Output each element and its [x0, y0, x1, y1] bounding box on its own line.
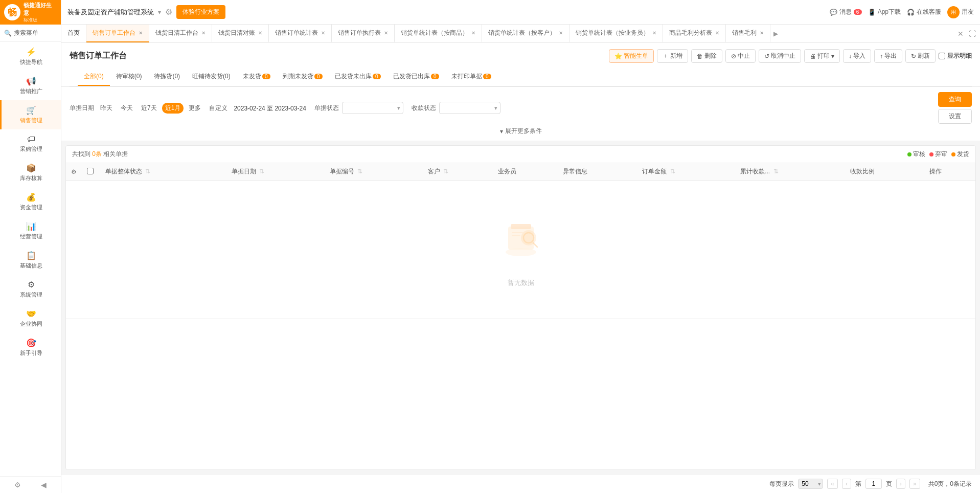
page-first-button[interactable]: «	[827, 479, 838, 489]
date-custom[interactable]: 自定义	[206, 103, 231, 114]
date-today[interactable]: 今天	[118, 103, 136, 114]
subtab-all[interactable]: 全部(0)	[78, 68, 110, 86]
smart-create-button[interactable]: ⭐ 智能生单	[609, 49, 654, 63]
sort-date-icon[interactable]: ⇅	[259, 168, 264, 175]
filter-expand-button[interactable]: ▾ 展开更多条件	[500, 127, 542, 136]
tab-cash-daily[interactable]: 钱货日清工作台 ✕	[149, 25, 212, 42]
review-action-button[interactable]: 审核	[907, 150, 925, 159]
sidebar-item-basic[interactable]: 📋 基础信息	[0, 245, 61, 275]
tab-sales-profit[interactable]: 销售毛利 ✕	[726, 25, 770, 42]
subtab-pending-inspect[interactable]: 待拣货(0)	[148, 68, 186, 86]
tab-sales-summary-product[interactable]: 销货单统计表（按商品） ✕	[395, 25, 482, 42]
sort-number-icon[interactable]: ⇅	[357, 168, 362, 175]
tab-sales-exec-close[interactable]: ✕	[384, 30, 388, 36]
tab-product-margin[interactable]: 商品毛利分析表 ✕	[663, 25, 726, 42]
overdue-badge: 0	[314, 74, 323, 79]
subtab-pending-review[interactable]: 待审核(0)	[110, 68, 148, 86]
tab-cash-reconcile-close[interactable]: ✕	[258, 30, 262, 36]
page-last-button[interactable]: »	[909, 479, 920, 489]
tab-sales-summary-staff[interactable]: 销货单统计表（按业务员） ✕	[569, 25, 663, 42]
tab-sales-summary-customer[interactable]: 销货单统计表（按客户） ✕	[482, 25, 569, 42]
sort-collected-icon[interactable]: ⇅	[773, 168, 779, 175]
svg-line-5	[533, 243, 537, 247]
cancel-stop-icon: ↺	[764, 53, 769, 60]
user-menu[interactable]: 用 用友	[947, 6, 974, 18]
tabbar-close-all-icon[interactable]: ✕	[955, 30, 966, 38]
th-ratio: 收款比例	[845, 163, 924, 181]
sort-status-icon[interactable]: ⇅	[145, 168, 150, 175]
tab-sales-summary-customer-close[interactable]: ✕	[559, 30, 563, 36]
filter-status-select[interactable]	[342, 102, 403, 114]
tab-sales-workbench[interactable]: 销售订单工作台 ✕	[86, 25, 149, 42]
sidebar-settings-icon[interactable]: ⚙	[14, 481, 21, 489]
tab-sales-summary-product-close[interactable]: ✕	[471, 30, 475, 36]
page-next-button[interactable]: ›	[896, 479, 905, 489]
refresh-button[interactable]: ↻ 刷新	[905, 49, 936, 63]
sidebar-collapse-icon[interactable]: ◀	[41, 481, 47, 489]
sidebar-item-guide[interactable]: 🎯 新手引导	[0, 333, 61, 362]
subtab-shipped-out[interactable]: 已发货已出库0	[387, 68, 445, 86]
export-button[interactable]: ↑ 导出	[874, 49, 902, 63]
topbar-settings-icon[interactable]: ⚙	[165, 7, 172, 17]
sort-amount-icon[interactable]: ⇅	[670, 168, 675, 175]
tab-cash-reconcile[interactable]: 钱货日清对账 ✕	[212, 25, 269, 42]
sidebar-item-purchase[interactable]: 🏷 采购管理	[0, 129, 61, 158]
page-input[interactable]	[865, 479, 882, 489]
sidebar-item-enterprise[interactable]: 🤝 企业协同	[0, 304, 61, 333]
tabbar-fullscreen-icon[interactable]: ⛶	[967, 30, 978, 38]
add-button[interactable]: ＋ 新增	[657, 49, 688, 63]
solution-button[interactable]: 体验行业方案	[176, 5, 225, 19]
select-all-checkbox[interactable]	[87, 168, 94, 174]
tab-sales-stats-close[interactable]: ✕	[321, 30, 325, 36]
subtab-not-shipped[interactable]: 未发货0	[237, 68, 277, 86]
tab-sales-stats[interactable]: 销售订单统计表 ✕	[269, 25, 332, 42]
subtab-wangpu[interactable]: 旺铺待发货(0)	[186, 68, 237, 86]
per-page-select-wrap: 10 20 50 100	[798, 479, 823, 489]
filter-payment-select[interactable]	[439, 102, 500, 114]
sidebar-item-finance[interactable]: 💰 资金管理	[0, 187, 61, 216]
query-button[interactable]: 查询	[938, 92, 972, 107]
tab-product-margin-close[interactable]: ✕	[715, 30, 719, 36]
date-7days[interactable]: 近7天	[138, 103, 160, 114]
import-button[interactable]: ↓ 导入	[843, 49, 871, 63]
delete-button[interactable]: 🗑 删除	[691, 49, 722, 63]
sidebar-item-system[interactable]: ⚙ 系统管理	[0, 275, 61, 304]
subtab-overdue-not-shipped[interactable]: 到期未发货0	[277, 68, 329, 86]
subtab-not-printed[interactable]: 未打印单据0	[445, 68, 497, 86]
search-menu[interactable]: 🔍 搜索菜单	[0, 25, 61, 42]
print-button[interactable]: 🖨 打印 ▾	[804, 49, 840, 63]
tab-sales-workbench-close[interactable]: ✕	[139, 30, 143, 36]
sidebar-item-operations[interactable]: 📊 经营管理	[0, 216, 61, 245]
tab-sales-summary-staff-close[interactable]: ✕	[652, 30, 656, 36]
show-detail-checkbox[interactable]: 显示明细	[939, 52, 972, 60]
per-page-select[interactable]: 10 20 50 100	[798, 479, 823, 489]
date-more[interactable]: 更多	[186, 103, 204, 114]
sidebar-item-quick-nav[interactable]: ⚡ 快捷导航	[0, 42, 61, 71]
page-prev-button[interactable]: ‹	[842, 479, 851, 489]
stop-button[interactable]: ⊘ 中止	[725, 49, 756, 63]
date-yesterday[interactable]: 昨天	[97, 103, 116, 114]
sidebar-item-marketing[interactable]: 📢 营销推广	[0, 71, 61, 100]
online-service-button[interactable]: 🎧 在线客服	[907, 8, 941, 16]
date-1month[interactable]: 近1月	[162, 103, 184, 114]
horizontal-scrollbar[interactable]	[66, 319, 975, 323]
cancel-review-action-button[interactable]: 弃审	[929, 150, 947, 159]
settings-col-icon[interactable]: ⚙	[71, 168, 77, 175]
sidebar-item-sales[interactable]: 🛒 销售管理	[0, 100, 61, 129]
tab-cash-daily-close[interactable]: ✕	[201, 30, 206, 36]
tab-sales-profit-close[interactable]: ✕	[760, 30, 764, 36]
settings-button[interactable]: 设置	[938, 109, 972, 124]
th-status: 单据整体状态 ⇅	[100, 163, 226, 181]
cancel-stop-button[interactable]: ↺ 取消中止	[759, 49, 801, 63]
app-download-button[interactable]: 📱 App下载	[868, 8, 901, 16]
tab-sales-exec[interactable]: 销售订单执行表 ✕	[332, 25, 395, 42]
sidebar-item-inventory[interactable]: 📦 库存核算	[0, 158, 61, 187]
ship-action-button[interactable]: 发货	[951, 150, 969, 159]
tabbar-more-button[interactable]: ▶	[770, 25, 781, 42]
topbar-expand-icon[interactable]: ▾	[158, 9, 161, 16]
sort-customer-icon[interactable]: ⇅	[443, 168, 448, 175]
subtab-shipped-not-out[interactable]: 已发货未出库0	[329, 68, 387, 86]
show-detail-input[interactable]	[939, 53, 945, 59]
tab-home[interactable]: 首页	[61, 25, 86, 42]
message-button[interactable]: 💬 消息 6	[830, 8, 862, 16]
